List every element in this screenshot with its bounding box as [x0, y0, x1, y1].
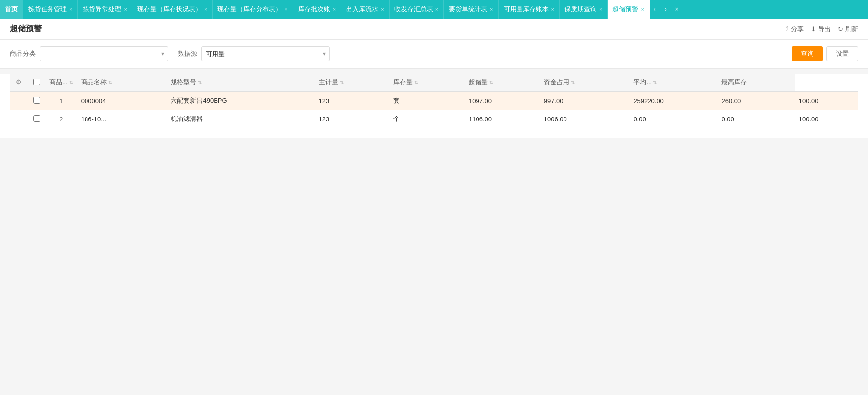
nav-order-stats[interactable]: 要货单统计表 × — [444, 0, 498, 19]
col-stock-header[interactable]: 库存量⇅ — [390, 74, 465, 92]
row-overstock: 1006.00 — [540, 110, 630, 128]
share-icon: ⤴ — [785, 25, 789, 33]
row-product-name: 机油滤清器 — [167, 110, 314, 128]
category-filter-group: 商品分类 — [10, 46, 168, 61]
row-settings — [10, 110, 28, 128]
close-icon[interactable]: × — [204, 6, 207, 12]
nav-pick-exception[interactable]: 拣货异常处理 × — [78, 0, 132, 19]
row-stock: 1097.00 — [465, 92, 540, 110]
col-spec-header[interactable]: 规格型号⇅ — [167, 74, 314, 92]
category-select[interactable] — [40, 46, 168, 61]
close-icon[interactable]: × — [641, 6, 644, 12]
row-avg: 260.00 — [717, 92, 794, 110]
row-product-code: 186-10... — [77, 110, 167, 128]
close-icon[interactable]: × — [599, 6, 602, 12]
col-product-code-header[interactable]: 商品...⇅ — [45, 74, 77, 92]
page-header: 超储预警 ⤴ 分享 ⬇ 导出 ↻ 刷新 — [0, 19, 868, 40]
col-avg-header[interactable]: 平均...⇅ — [629, 74, 717, 92]
nav-inout-flow[interactable]: 出入库流水 × — [341, 0, 389, 19]
top-navigation: 首页 拣货任务管理 × 拣货异常处理 × 现存量（库存状况表） × 现存量（库存… — [0, 0, 868, 19]
datasource-select-wrap: 可用量 库存量 — [201, 46, 330, 61]
table-row: 2 186-10... 机油滤清器 123 个 1106.00 1006.00 … — [10, 110, 858, 128]
table-area: ⚙ 商品...⇅ 商品名称⇅ 规格型号⇅ 主计量⇅ 库存量⇅ — [0, 74, 868, 138]
refresh-button[interactable]: ↻ 刷新 — [838, 25, 858, 34]
close-icon[interactable]: × — [435, 6, 438, 12]
nav-stock-dist[interactable]: 现存量（库存分布表） × — [213, 0, 293, 19]
row-num: 1 — [45, 92, 77, 110]
col-max-stock-header[interactable]: 最高库存 — [717, 74, 794, 92]
row-max-stock: 100.00 — [795, 110, 858, 128]
nav-overstock-alert[interactable]: 超储预警 × — [608, 0, 649, 19]
category-select-wrap — [40, 46, 168, 61]
close-icon[interactable]: × — [284, 6, 287, 12]
settings-gear-icon[interactable]: ⚙ — [15, 79, 23, 86]
nav-next-arrow[interactable]: › — [660, 0, 671, 19]
share-button[interactable]: ⤴ 分享 — [785, 25, 804, 34]
row-checkbox[interactable] — [33, 115, 40, 122]
nav-stock-status[interactable]: 现存量（库存状况表） × — [132, 0, 213, 19]
datasource-select[interactable]: 可用量 库存量 — [201, 46, 330, 61]
sort-icon: ⇅ — [198, 80, 202, 85]
close-icon[interactable]: × — [69, 6, 72, 12]
row-check-cell — [28, 92, 45, 110]
header-actions: ⤴ 分享 ⬇ 导出 ↻ 刷新 — [785, 25, 858, 34]
data-table: ⚙ 商品...⇅ 商品名称⇅ 规格型号⇅ 主计量⇅ 库存量⇅ — [10, 74, 858, 128]
query-button[interactable]: 查询 — [792, 46, 823, 61]
row-num: 2 — [45, 110, 77, 128]
row-spec: 123 — [315, 110, 390, 128]
filter-buttons: 查询 设置 — [792, 46, 858, 61]
nav-stock-batch[interactable]: 库存批次账 × — [293, 0, 341, 19]
row-capital: 0.00 — [629, 110, 717, 128]
row-unit: 套 — [390, 92, 465, 110]
row-avg: 0.00 — [717, 110, 794, 128]
close-icon[interactable]: × — [124, 6, 127, 12]
category-label: 商品分类 — [10, 49, 36, 58]
filter-area: 商品分类 数据源 可用量 库存量 查询 设置 — [0, 40, 868, 69]
table-row: 1 0000004 六配套新昌490BPG 123 套 1097.00 997.… — [10, 92, 858, 110]
export-icon: ⬇ — [811, 25, 816, 33]
col-settings-header: ⚙ — [10, 74, 28, 92]
row-product-code: 0000004 — [77, 92, 167, 110]
refresh-icon: ↻ — [838, 25, 843, 33]
nav-available-book[interactable]: 可用量库存账本 × — [499, 0, 560, 19]
close-icon[interactable]: × — [381, 6, 384, 12]
col-check-header — [28, 74, 45, 92]
row-settings — [10, 92, 28, 110]
nav-close-arrow[interactable]: × — [671, 0, 682, 19]
col-unit-header[interactable]: 主计量⇅ — [315, 74, 390, 92]
row-unit: 个 — [390, 110, 465, 128]
nav-expiry-query[interactable]: 保质期查询 × — [560, 0, 608, 19]
sort-icon: ⇅ — [69, 80, 73, 85]
sort-icon: ⇅ — [108, 80, 112, 85]
close-icon[interactable]: × — [333, 6, 336, 12]
nav-recv-summary[interactable]: 收发存汇总表 × — [390, 0, 444, 19]
close-icon[interactable]: × — [490, 6, 493, 12]
row-max-stock: 100.00 — [795, 92, 858, 110]
row-stock: 1106.00 — [465, 110, 540, 128]
select-all-checkbox[interactable] — [33, 79, 40, 85]
setting-button[interactable]: 设置 — [826, 46, 858, 61]
row-capital: 259220.00 — [629, 92, 717, 110]
sort-icon: ⇅ — [653, 80, 657, 85]
row-spec: 123 — [315, 92, 390, 110]
sort-icon: ⇅ — [571, 80, 575, 85]
table-header-row: ⚙ 商品...⇅ 商品名称⇅ 规格型号⇅ 主计量⇅ 库存量⇅ — [10, 74, 858, 92]
sort-icon: ⇅ — [489, 80, 493, 85]
row-check-cell — [28, 110, 45, 128]
export-button[interactable]: ⬇ 导出 — [811, 25, 831, 34]
page-title: 超储预警 — [10, 24, 42, 34]
nav-prev-arrow[interactable]: ‹ — [650, 0, 660, 19]
nav-home[interactable]: 首页 — [0, 0, 23, 19]
sort-icon: ⇅ — [414, 80, 418, 85]
col-capital-header[interactable]: 资金占用⇅ — [540, 74, 630, 92]
datasource-label: 数据源 — [178, 49, 197, 58]
nav-pick-task[interactable]: 拣货任务管理 × — [23, 0, 78, 19]
row-overstock: 997.00 — [540, 92, 630, 110]
col-product-name-header[interactable]: 商品名称⇅ — [77, 74, 167, 92]
sort-icon: ⇅ — [340, 80, 344, 85]
close-icon[interactable]: × — [551, 6, 554, 12]
datasource-filter-group: 数据源 可用量 库存量 — [178, 46, 330, 61]
row-product-name: 六配套新昌490BPG — [167, 92, 314, 110]
col-overstock-header[interactable]: 超储量⇅ — [465, 74, 540, 92]
row-checkbox[interactable] — [33, 97, 40, 104]
